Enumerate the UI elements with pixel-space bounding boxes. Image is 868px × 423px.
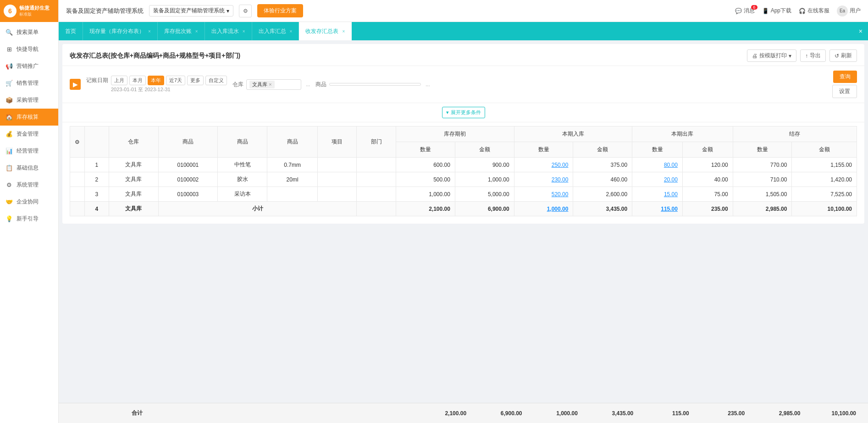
sidebar-item-operations[interactable]: 📊经营管理 xyxy=(0,143,58,159)
tab-close-icon[interactable]: × xyxy=(290,29,293,34)
finance-icon: 💰 xyxy=(6,131,13,137)
refresh-btn[interactable]: ↺ 刷新 xyxy=(829,49,857,62)
print-btn[interactable]: 🖨 按模版打印 ▾ xyxy=(747,49,796,62)
row-in-qty-1[interactable]: 230.00 xyxy=(514,172,573,187)
row-goods-code-1: 0100002 xyxy=(159,172,218,187)
date-filter-row: 记账日期 上月本月本年近7天更多自定义 xyxy=(86,76,227,85)
total-closing-qty: 2,985.00 xyxy=(749,406,805,420)
goods-filter-input[interactable] xyxy=(329,83,421,86)
export-btn[interactable]: ↑ 导出 xyxy=(800,49,826,62)
trial-btn[interactable]: 体验行业方案 xyxy=(257,4,303,17)
tab-close-icon[interactable]: × xyxy=(342,29,345,34)
warehouse-tag-close[interactable]: × xyxy=(269,82,271,87)
col-goods-code-header: 商品 xyxy=(159,126,218,158)
subtotal-label: 小计 xyxy=(159,202,357,216)
col-closing-qty-header: 数量 xyxy=(733,142,792,158)
system-selector[interactable]: 装备及固定资产辅助管理系统 ▾ xyxy=(149,5,233,16)
user-menu-button[interactable]: Ea 用户 xyxy=(837,5,861,16)
col-warehouse-header: 仓库 xyxy=(109,126,158,158)
row-warehouse-0: 文具库 xyxy=(109,158,158,172)
row-goods-code-2: 0100003 xyxy=(159,187,218,202)
app-download-button[interactable]: 📱 App下载 xyxy=(762,7,791,15)
row-closing-amt-2: 7,525.00 xyxy=(792,187,857,202)
row-opening-qty-2: 1,000.00 xyxy=(396,187,455,202)
date-shortcut-自定义[interactable]: 自定义 xyxy=(205,76,227,85)
row-out-qty-1[interactable]: 20.00 xyxy=(632,172,683,187)
goods-filter-group: 商品 ... xyxy=(315,81,430,88)
goods-more-btn[interactable]: ... xyxy=(426,82,430,87)
tab-close-icon[interactable]: × xyxy=(148,29,151,34)
date-range-display: 2023-01-01 至 2023-12-31 xyxy=(111,86,227,93)
bottom-total-bar: 合计 2,100.00 6,900.00 1,000.00 3,435.00 1… xyxy=(59,403,868,423)
date-shortcut-本年[interactable]: 本年 xyxy=(148,76,164,85)
row-no-1: 2 xyxy=(85,172,109,187)
table-container: ⚙ 仓库 商品 商品 商品 项目 部门 库存期初 本期入库 本期出库 xyxy=(62,122,864,224)
row-in-qty-0[interactable]: 250.00 xyxy=(514,158,573,172)
filter-area: ▶ 记账日期 上月本月本年近7天更多自定义 2023-01-01 至 2023-… xyxy=(62,66,864,103)
row-opening-qty-1: 500.00 xyxy=(396,172,455,187)
total-table: 合计 2,100.00 6,900.00 1,000.00 3,435.00 1… xyxy=(66,406,861,420)
sidebar-item-finance[interactable]: 💰资金管理 xyxy=(0,126,58,143)
date-shortcut-上月[interactable]: 上月 xyxy=(111,76,127,85)
sidebar-item-sales[interactable]: 🛒销售管理 xyxy=(0,75,58,92)
online-service-button[interactable]: 🎧 在线客服 xyxy=(799,7,829,15)
subtotal-in-qty[interactable]: 1,000.00 xyxy=(514,202,573,216)
messages-button[interactable]: 💬 消息 6 xyxy=(735,7,755,15)
table-settings-icon[interactable]: ⚙ xyxy=(75,139,80,145)
date-shortcut-更多[interactable]: 更多 xyxy=(187,76,204,85)
date-shortcut-本月[interactable]: 本月 xyxy=(129,76,146,85)
row-closing-amt-1: 1,420.00 xyxy=(792,172,857,187)
col-out-group-header: 本期出库 xyxy=(632,126,733,142)
tab-recv_send[interactable]: 收发存汇总表× xyxy=(299,22,352,40)
row-no-0: 1 xyxy=(85,158,109,172)
tab-inout_flow[interactable]: 出入库流水× xyxy=(205,22,252,40)
user-label: 用户 xyxy=(850,7,861,15)
inventory-icon: 🏠 xyxy=(6,114,13,121)
row-no-2: 3 xyxy=(85,187,109,202)
tab-inout_summary[interactable]: 出入库汇总× xyxy=(252,22,299,40)
row-project-0 xyxy=(317,158,357,172)
subtotal-closing-amt: 10,100.00 xyxy=(792,202,857,216)
tab-home[interactable]: 首页 xyxy=(59,22,83,40)
tab-label: 库存批次账 xyxy=(164,27,192,35)
tab-label: 出入库汇总 xyxy=(259,27,286,35)
sidebar-item-quick_nav[interactable]: ⊞快捷导航 xyxy=(0,41,58,58)
row-in-qty-2[interactable]: 520.00 xyxy=(514,187,573,202)
subtotal-dept xyxy=(357,202,396,216)
query-btn[interactable]: 查询 xyxy=(833,71,857,83)
subtotal-settings xyxy=(70,202,85,216)
tab-bar-close-btn[interactable]: × xyxy=(853,22,868,40)
row-out-qty-2[interactable]: 15.00 xyxy=(632,187,683,202)
message-icon: 💬 xyxy=(735,8,742,14)
expand-conditions-btn[interactable]: ▾ 展开更多条件 xyxy=(442,107,485,118)
total-row: 合计 2,100.00 6,900.00 1,000.00 3,435.00 1… xyxy=(66,406,861,420)
sidebar-item-search[interactable]: 🔍搜索菜单 xyxy=(0,24,58,41)
sidebar-item-system[interactable]: ⚙系统管理 xyxy=(0,176,58,193)
avatar-initials: Ea xyxy=(840,8,845,13)
sidebar-item-marketing[interactable]: 📢营销推广 xyxy=(0,58,58,75)
col-opening-group-header: 库存期初 xyxy=(396,126,514,142)
sidebar-item-purchase[interactable]: 📦采购管理 xyxy=(0,92,58,109)
sidebar-item-label: 库存核算 xyxy=(17,113,39,121)
subtotal-out-qty[interactable]: 115.00 xyxy=(632,202,683,216)
row-dept-0 xyxy=(357,158,396,172)
tab-close-icon[interactable]: × xyxy=(195,29,198,34)
settings-button[interactable]: ⚙ xyxy=(239,5,252,17)
sidebar-item-enterprise[interactable]: 🤝企业协同 xyxy=(0,193,58,210)
filter-toggle-btn[interactable]: ▶ xyxy=(70,79,81,90)
settings-btn[interactable]: 设置 xyxy=(832,85,857,98)
app-download-label: App下载 xyxy=(771,7,791,15)
tab-label: 出入库流水 xyxy=(211,27,239,35)
sidebar-logo-text: 畅捷通好生意 标准版 xyxy=(19,5,50,17)
date-shortcut-近7天[interactable]: 近7天 xyxy=(166,76,185,85)
tab-batch[interactable]: 库存批次账× xyxy=(158,22,205,40)
sidebar-item-inventory[interactable]: 🏠库存核算 xyxy=(0,109,58,126)
tab-close-icon[interactable]: × xyxy=(243,29,245,34)
row-out-qty-0[interactable]: 80.00 xyxy=(632,158,683,172)
warehouse-filter-input[interactable]: 文具库 × xyxy=(246,79,301,90)
sidebar-item-basics[interactable]: 📋基础信息 xyxy=(0,159,58,176)
headset-icon: 🎧 xyxy=(799,8,806,14)
tab-stock_dist[interactable]: 现存量（库存分布表）× xyxy=(83,22,158,40)
sidebar-item-guide[interactable]: 💡新手引导 xyxy=(0,210,58,227)
warehouse-more-btn[interactable]: ... xyxy=(306,82,310,87)
